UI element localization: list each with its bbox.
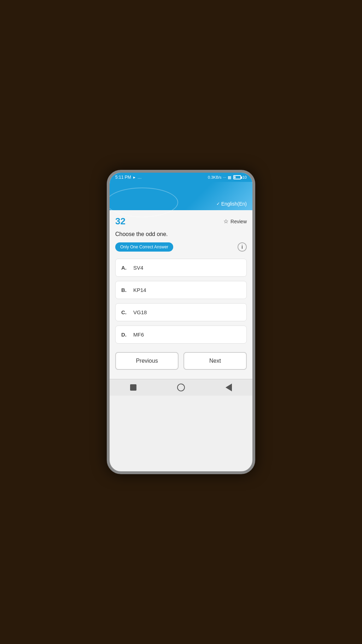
wifi-icon: ∙∙∙ [223, 175, 226, 179]
language-selector[interactable]: ✓ English(En) [216, 201, 247, 207]
option-b-label: B. [121, 287, 128, 293]
bottom-nav [110, 379, 252, 396]
star-icon: ☆ [223, 218, 228, 225]
back-triangle-icon[interactable] [226, 384, 232, 391]
badge-row: Only One Correct Answer i [115, 242, 247, 252]
info-icon[interactable]: i [238, 242, 247, 252]
nav-buttons: Previous Next [115, 352, 247, 370]
battery-percent: 10 [243, 175, 247, 179]
signal-bars-icon: ▩ [228, 175, 231, 180]
option-a-value: SV4 [133, 265, 143, 271]
option-d[interactable]: D. MF6 [115, 326, 247, 344]
option-b-value: KP14 [133, 287, 146, 293]
home-circle-icon[interactable] [177, 384, 185, 391]
option-b[interactable]: B. KP14 [115, 281, 247, 299]
message-icon: … [138, 175, 142, 180]
options-list: A. SV4 B. KP14 C. VG18 D. MF6 [115, 259, 247, 344]
chevron-down-icon: ✓ [216, 201, 220, 206]
content-area: 32 ☆ Review Choose the odd one. Only One… [110, 210, 252, 379]
battery-icon [233, 175, 241, 179]
home-square-icon[interactable] [130, 384, 136, 391]
time: 5:11 PM [115, 175, 131, 180]
review-label: Review [230, 219, 247, 224]
status-bar: 5:11 PM ▸ … 0.3KB/s ∙∙∙ ▩ 10 [110, 173, 252, 182]
signal-icon: ▸ [133, 175, 135, 180]
header-band: ✓ English(En) [110, 182, 252, 210]
option-c-label: C. [121, 309, 128, 315]
option-d-value: MF6 [133, 332, 144, 338]
previous-button[interactable]: Previous [115, 352, 179, 370]
option-c-value: VG18 [133, 309, 147, 315]
option-d-label: D. [121, 332, 128, 338]
language-label: English(En) [221, 201, 247, 207]
option-c[interactable]: C. VG18 [115, 303, 247, 321]
option-a[interactable]: A. SV4 [115, 259, 247, 277]
phone-frame: 5:11 PM ▸ … 0.3KB/s ∙∙∙ ▩ 10 ✓ English(E… [107, 170, 255, 474]
network-speed: 0.3KB/s [208, 175, 222, 179]
question-header: 32 ☆ Review [115, 216, 247, 227]
answer-type-badge: Only One Correct Answer [115, 242, 173, 252]
question-text: Choose the odd one. [115, 231, 247, 237]
review-button[interactable]: ☆ Review [223, 218, 247, 225]
next-button[interactable]: Next [183, 352, 247, 370]
question-number: 32 [115, 216, 125, 227]
option-a-label: A. [121, 265, 128, 271]
